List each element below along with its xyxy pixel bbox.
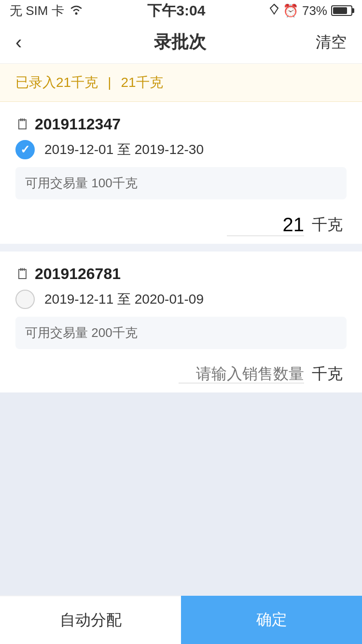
summary-entered-label: 已录入21千克 <box>15 73 98 92</box>
alarm-icon: ⏰ <box>283 3 298 18</box>
batch-card-1: 🗒 2019112347 2019-12-01 至 2019-12-30 可用交… <box>0 102 362 244</box>
battery-percent: 73% <box>302 3 327 18</box>
nav-bar: ‹ 录批次 清空 <box>0 21 362 64</box>
summary-bar: 已录入21千克 | 21千克 <box>0 64 362 102</box>
batch-1-amount-input[interactable] <box>227 214 304 236</box>
auto-distribute-button[interactable]: 自动分配 <box>0 596 181 644</box>
batch-1-unit: 千克 <box>312 214 343 236</box>
batch-1-header: 🗒 2019112347 <box>0 102 362 138</box>
bottom-bar: 自动分配 确定 <box>0 596 362 644</box>
batch-id-icon-2: 🗒 <box>15 266 30 282</box>
back-button[interactable]: ‹ <box>15 31 44 53</box>
summary-divider: | <box>108 75 111 90</box>
status-left: 无 SIM 卡 <box>10 2 84 19</box>
batch-id-2: 2019126781 <box>35 265 121 283</box>
location-icon <box>269 3 279 18</box>
confirm-button[interactable]: 确定 <box>181 596 362 644</box>
gray-area <box>0 392 362 595</box>
wifi-icon <box>69 3 84 18</box>
batch-id-icon-1: 🗒 <box>15 116 30 133</box>
batch-1-radio[interactable] <box>15 140 35 159</box>
batch-2-qty-input[interactable] <box>179 365 304 383</box>
status-bar: 无 SIM 卡 下午3:04 ⏰ 73% <box>0 0 362 21</box>
batch-2-unit: 千克 <box>312 364 343 385</box>
batch-id-1: 2019112347 <box>35 115 121 133</box>
batch-1-date: 2019-12-01 至 2019-12-30 <box>44 140 204 159</box>
batch-1-available: 可用交易量 100千克 <box>15 167 347 199</box>
batch-1-amount-row: 千克 <box>0 206 362 244</box>
batch-2-header: 🗒 2019126781 <box>0 252 362 288</box>
batch-2-date-row: 2019-12-11 至 2020-01-09 <box>0 288 362 314</box>
batch-2-date: 2019-12-11 至 2020-01-09 <box>44 290 204 308</box>
status-right: ⏰ 73% <box>269 3 352 18</box>
batch-card-2: 🗒 2019126781 2019-12-11 至 2020-01-09 可用交… <box>0 252 362 392</box>
svg-point-0 <box>75 12 77 14</box>
section-divider <box>0 244 362 252</box>
summary-value: 21千克 <box>121 73 163 92</box>
clear-button[interactable]: 清空 <box>316 32 347 53</box>
batch-2-input-row: 千克 <box>0 356 362 392</box>
page-title: 录批次 <box>154 30 206 54</box>
no-sim-label: 无 SIM 卡 <box>10 2 64 19</box>
batch-1-date-row: 2019-12-01 至 2019-12-30 <box>0 138 362 164</box>
battery-icon <box>331 5 352 16</box>
batch-2-available: 可用交易量 200千克 <box>15 317 347 349</box>
status-time: 下午3:04 <box>147 1 205 21</box>
batch-2-radio[interactable] <box>15 290 35 309</box>
